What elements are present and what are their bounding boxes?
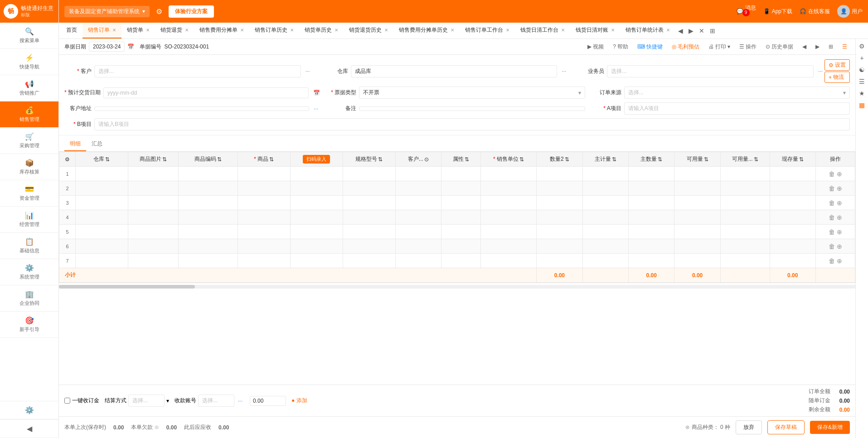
- tab-close-sales-order-workbench[interactable]: ✕: [506, 28, 509, 33]
- tab-sales-order-stats[interactable]: 销售订单统计表 ✕: [620, 23, 675, 39]
- date-value[interactable]: 2023-03-24: [89, 42, 125, 52]
- tab-sales-refund[interactable]: 销货退货 ✕: [155, 23, 194, 39]
- rp-list-icon[interactable]: ☰: [857, 76, 868, 87]
- rp-fingerprint-icon[interactable]: ☯: [857, 64, 868, 75]
- sidebar-item-sales[interactable]: 💰 销售管理: [0, 101, 58, 128]
- row-delete-icon-6[interactable]: 🗑: [829, 243, 835, 250]
- th-current-stock[interactable]: 现存量 ⇅: [770, 152, 815, 167]
- sidebar-item-search[interactable]: 🔍 搜索菜单: [0, 23, 58, 49]
- tab-nav-prev[interactable]: ◀: [675, 25, 686, 36]
- th-scan[interactable]: 扫码录入: [290, 152, 343, 167]
- tab-nav-next[interactable]: ▶: [686, 25, 696, 36]
- sidebar-item-marketing[interactable]: 📢 营销推广: [0, 75, 58, 101]
- save-draft-button[interactable]: 保存草稿: [767, 420, 805, 434]
- tab-close-cash-daily-workbench[interactable]: ✕: [561, 28, 565, 33]
- one-click-checkbox-input[interactable]: [64, 398, 70, 404]
- tab-sales-expense[interactable]: 销售费用分摊单 ✕: [194, 23, 249, 39]
- history-btn[interactable]: ⊙ 历史单据: [763, 42, 796, 52]
- delivery-date-input[interactable]: yyyy-mm-dd: [103, 87, 309, 98]
- th-main-unit[interactable]: 主计量 ⇅: [582, 152, 628, 167]
- next-record-btn[interactable]: ▶: [813, 43, 822, 51]
- receipt-account-input[interactable]: 选择...: [198, 395, 234, 407]
- sidebar-item-purchase[interactable]: 🛒 采购管理: [0, 128, 58, 154]
- sidebar-item-guide[interactable]: 🎯 新手引导: [0, 312, 58, 338]
- row-copy-icon-3[interactable]: ⊕: [837, 199, 842, 207]
- tab-cash-daily-reconcile[interactable]: 钱货日清对账 ✕: [570, 23, 620, 39]
- row-copy-icon-6[interactable]: ⊕: [837, 243, 842, 250]
- row-delete-icon-7[interactable]: 🗑: [829, 257, 835, 265]
- sidebar-item-operation[interactable]: 📊 经营管理: [0, 207, 58, 233]
- customer-address-input[interactable]: [94, 106, 309, 111]
- sidebar-settings-bottom[interactable]: ⚙️: [0, 401, 58, 419]
- th-spec[interactable]: 规格型号 ⇅: [343, 152, 395, 167]
- sidebar-collapse[interactable]: ◀: [0, 419, 58, 438]
- sidebar-item-enterprise[interactable]: 🏢 企业协同: [0, 285, 58, 312]
- th-customer-code[interactable]: 客户... ⊙: [395, 152, 441, 167]
- settings-form-btn[interactable]: ⚙ 设置: [824, 59, 850, 71]
- sidebar-item-finance[interactable]: 💳 资金管理: [0, 180, 58, 207]
- tab-close-sales-order-history[interactable]: ✕: [290, 28, 294, 33]
- row-copy-icon-4[interactable]: ⊕: [837, 214, 842, 221]
- tab-nav-more[interactable]: ✕: [696, 25, 707, 36]
- settings-button[interactable]: ⚙: [154, 5, 164, 18]
- tab-close-sales-return-history[interactable]: ✕: [335, 28, 338, 33]
- warehouse-more-btn[interactable]: ···: [560, 68, 568, 74]
- calendar-icon[interactable]: 📅: [127, 43, 134, 50]
- address-more-btn[interactable]: ···: [312, 106, 320, 112]
- row-copy-icon-2[interactable]: ⊕: [837, 185, 842, 192]
- profit-btn[interactable]: ◎ 毛利预估: [669, 42, 702, 52]
- row-copy-icon-1[interactable]: ⊕: [837, 170, 842, 178]
- salesperson-input[interactable]: 选择...: [607, 65, 814, 77]
- sub-tab-summary[interactable]: 汇总: [86, 137, 108, 151]
- sidebar-item-inventory[interactable]: 📦 库存核算: [0, 154, 58, 180]
- tab-home[interactable]: 首页: [61, 23, 82, 39]
- row-copy-icon-7[interactable]: ⊕: [837, 257, 842, 265]
- sub-tab-detail[interactable]: 明细: [64, 137, 86, 151]
- row-delete-icon-3[interactable]: 🗑: [829, 199, 835, 207]
- list-view-btn[interactable]: ☰: [839, 43, 850, 51]
- calendar2-icon[interactable]: 📅: [313, 90, 320, 96]
- th-sales-unit[interactable]: 销售单位 ⇅: [480, 152, 536, 167]
- rp-settings-icon[interactable]: ⚙: [857, 41, 868, 52]
- discard-button[interactable]: 放弃: [736, 420, 762, 434]
- row-delete-icon-2[interactable]: 🗑: [829, 185, 835, 192]
- help-debt-icon[interactable]: ⊙: [155, 424, 159, 430]
- th-product-code[interactable]: 商品编码 ⇅: [179, 152, 238, 167]
- goods-count-icon[interactable]: ⊙: [685, 424, 690, 430]
- settle-method-input[interactable]: 选择...: [128, 395, 165, 407]
- rp-star-icon[interactable]: ★: [857, 88, 868, 99]
- tab-close-sales-refund-history[interactable]: ✕: [384, 28, 388, 33]
- receipt-account-more[interactable]: ···: [236, 398, 244, 404]
- th-main-quantity[interactable]: 主数量 ⇅: [628, 152, 674, 167]
- system-title-selector[interactable]: 装备及固定资产辅助管理系统 ▾: [64, 6, 150, 17]
- tab-close-sales-expense-history[interactable]: ✕: [451, 28, 454, 33]
- memo-input[interactable]: [359, 106, 585, 111]
- print-btn[interactable]: 🖨 打印 ▾: [706, 42, 733, 52]
- row-delete-icon-1[interactable]: 🗑: [829, 170, 835, 178]
- th-available[interactable]: 可用量 ⇅: [674, 152, 720, 167]
- prev-record-btn[interactable]: ◀: [800, 43, 809, 51]
- scan-entry-button[interactable]: 扫码录入: [303, 155, 330, 164]
- app-download-button[interactable]: 📱 App下载: [763, 8, 792, 15]
- save-new-button[interactable]: 保存&新增: [810, 421, 850, 434]
- row-copy-icon-5[interactable]: ⊕: [837, 228, 842, 236]
- tab-close-sales-order[interactable]: ✕: [112, 28, 116, 33]
- operation-btn[interactable]: ☰ 操作: [737, 42, 759, 52]
- add-button[interactable]: ● 添加: [291, 397, 307, 404]
- th-attributes[interactable]: 属性 ⇅: [441, 152, 481, 167]
- amount-input[interactable]: [250, 396, 286, 406]
- th-available-more[interactable]: 可用量... ⇅: [720, 152, 770, 167]
- solution-button[interactable]: 体验行业方案: [169, 5, 214, 18]
- messages-button[interactable]: 💬 消息 9: [737, 4, 756, 19]
- b-project-input[interactable]: 请输入B项目: [94, 118, 850, 130]
- tab-sales-return[interactable]: 销货单 ✕: [121, 23, 155, 39]
- view-btn[interactable]: ▶ 视频: [585, 42, 606, 52]
- horizontal-scrollbar[interactable]: [59, 283, 855, 290]
- tab-cash-daily-workbench[interactable]: 钱货日清工作台 ✕: [515, 23, 570, 39]
- tab-sales-order-workbench[interactable]: 销售订单工作台 ✕: [460, 23, 515, 39]
- rp-barcode-icon[interactable]: ▦: [857, 100, 868, 111]
- tab-close-sales-order-stats[interactable]: ✕: [666, 28, 670, 33]
- row-delete-icon-4[interactable]: 🗑: [829, 214, 835, 221]
- online-service-button[interactable]: 🎧 在线客服: [800, 8, 830, 15]
- tab-sales-return-history[interactable]: 销货单历史 ✕: [299, 23, 344, 39]
